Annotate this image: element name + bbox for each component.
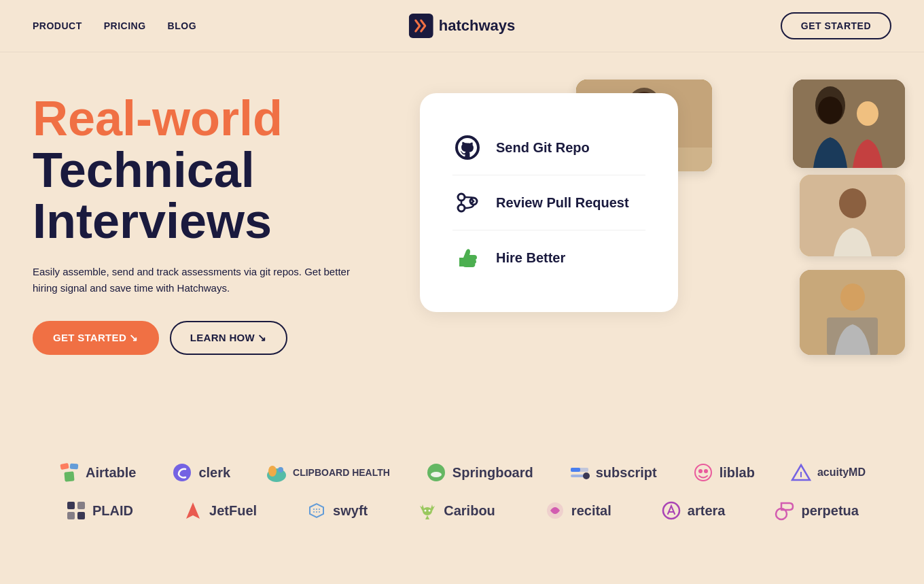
svg-point-16 [840,284,865,311]
springboard-label: Springboard [452,465,533,481]
svg-rect-20 [64,471,74,481]
artera-icon [660,500,682,521]
airtable-icon [58,462,80,483]
logo-caribou: Caribou [416,500,495,521]
svg-rect-17 [827,317,878,355]
nav-left: PRODUCT PRICING BLOG [33,20,196,31]
feature-item-pr: Review Pull Request [452,175,645,230]
hero-right: Send Git Repo Review Pull Request [386,80,891,419]
hero-photo-mid-right [800,175,905,256]
feature-card: Send Git Repo Review Pull Request [420,93,678,312]
nav-blog[interactable]: BLOG [168,20,196,31]
artera-label: artera [688,503,726,519]
clerk-label: clerk [198,465,230,481]
logo-swyft: swyft [306,500,368,521]
hero-photo-bottom-right [800,270,905,355]
hatchways-logo-icon [409,14,433,38]
springboard-icon [425,462,447,483]
svg-point-6 [458,194,465,201]
logo-clerk: clerk [171,462,230,483]
logo-perpetua: perpetua [774,500,858,521]
svg-point-14 [839,188,866,218]
plaid-label: PLAID [92,503,133,519]
github-icon [452,133,482,162]
svg-point-26 [431,472,442,477]
liblab-icon [692,462,714,483]
hero-photo-top-right [793,80,905,168]
svg-point-30 [583,473,590,479]
logo-airtable: Airtable [58,462,136,483]
plaid-icon [65,500,87,521]
logos-row-1: Airtable clerk CLIPBOARD HEALTH [41,453,883,492]
logo-liblab: liblab [692,462,755,483]
hero-buttons: GET STARTED ↘ LEARN HOW ↘ [33,321,386,355]
logo-plaid: PLAID [65,500,133,521]
swyft-icon [306,500,327,521]
svg-point-11 [815,86,845,124]
feature-text-pr: Review Pull Request [496,195,629,211]
nav-right: GET STARTED [781,12,891,39]
logo-subscript: subscript [569,462,657,483]
feature-text-hire: Hire Better [496,250,565,266]
hero-title-line3: Interviews [33,194,272,248]
logo-text: hatchways [439,17,516,35]
feature-item-hire: Hire Better [452,230,645,285]
logo-recital: recital [544,500,611,521]
svg-point-12 [857,101,878,126]
acuity-icon [790,462,812,483]
logo-clipboard: CLIPBOARD HEALTH [266,462,390,483]
svg-rect-18 [60,463,69,470]
thumbsup-icon [452,243,482,273]
jetfuel-icon [182,500,204,521]
svg-point-21 [173,464,191,481]
svg-point-23 [268,466,277,477]
logo-springboard: Springboard [425,462,533,483]
clipboard-label: CLIPBOARD HEALTH [293,467,390,478]
jetfuel-label: JetFuel [209,503,257,519]
navbar: PRODUCT PRICING BLOG hatchways GET START… [0,0,924,52]
logos-section: Airtable clerk CLIPBOARD HEALTH [0,433,924,543]
airtable-label: Airtable [86,465,136,481]
svg-rect-9 [793,80,905,168]
svg-point-42 [429,510,431,512]
svg-point-41 [425,510,427,512]
caribou-icon [416,500,438,521]
svg-point-7 [458,205,465,211]
hero-description: Easily assemble, send and track assessme… [33,264,359,296]
liblab-label: liblab [719,465,755,481]
acuity-label: acuityMD [817,466,866,479]
hero-title: Real-world Technical Interviews [33,93,386,247]
svg-rect-19 [70,463,79,469]
recital-icon [544,500,566,521]
svg-point-32 [698,469,703,473]
clipboard-icon [266,462,287,483]
svg-rect-0 [409,14,433,38]
hero-get-started-button[interactable]: GET STARTED ↘ [33,321,159,355]
svg-point-33 [704,469,708,473]
caribou-label: Caribou [444,503,495,519]
subscript-icon [569,462,590,483]
perpetua-icon [774,500,796,521]
svg-marker-39 [186,502,200,519]
feature-item-git: Send Git Repo [452,120,645,175]
hero-title-line1: Real-world [33,91,283,145]
nav-logo[interactable]: hatchways [409,14,516,38]
perpetua-label: perpetua [801,503,858,519]
nav-cta-button[interactable]: GET STARTED [781,12,891,39]
feature-text-git: Send Git Repo [496,140,590,156]
nav-product[interactable]: PRODUCT [33,20,82,31]
svg-rect-36 [77,502,85,509]
logo-artera: artera [660,500,726,521]
subscript-label: subscript [596,465,657,481]
hero-learn-how-button[interactable]: LEARN HOW ↘ [170,321,287,355]
recital-label: recital [571,503,611,519]
svg-rect-38 [77,512,85,519]
logo-jetfuel: JetFuel [182,500,257,521]
svg-point-40 [423,507,432,515]
swyft-label: swyft [333,503,368,519]
nav-pricing[interactable]: PRICING [104,20,146,31]
logo-acuity: acuityMD [790,462,866,483]
hero-left: Real-world Technical Interviews Easily a… [33,80,386,419]
logos-row-2: PLAID JetFuel swyft [41,492,883,530]
svg-point-24 [278,467,283,473]
